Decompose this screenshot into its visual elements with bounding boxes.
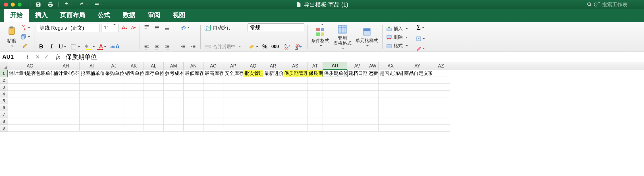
cell-AY6[interactable] <box>403 104 432 111</box>
cell-AR4[interactable] <box>263 91 283 97</box>
cell-AQ7[interactable] <box>243 111 263 118</box>
row-header-6[interactable]: 6 <box>0 104 8 111</box>
cell-AJ4[interactable] <box>104 91 124 97</box>
cell-AR8[interactable] <box>263 118 283 125</box>
cell-AL1[interactable]: 库存单位 <box>144 70 164 77</box>
cell-AL2[interactable] <box>144 77 164 84</box>
cell-AO5[interactable] <box>203 97 223 104</box>
column-header-AP[interactable]: AP <box>223 62 243 70</box>
select-all-corner[interactable] <box>0 62 8 70</box>
cell-AW8[interactable] <box>367 118 379 125</box>
cell-AS7[interactable] <box>283 111 308 118</box>
align-center-button[interactable] <box>153 42 161 51</box>
paste-button[interactable]: 粘贴 <box>6 24 18 49</box>
percent-button[interactable]: % <box>261 42 269 51</box>
cell-AH5[interactable] <box>52 97 80 104</box>
cell-AW5[interactable] <box>367 97 379 104</box>
format-cells-button[interactable]: 格式 <box>385 42 409 50</box>
cell-AM4[interactable] <box>164 91 184 97</box>
cell-AN7[interactable] <box>184 111 203 118</box>
row-header-7[interactable]: 7 <box>0 111 8 118</box>
cell-AI3[interactable] <box>80 84 104 91</box>
increase-decimal-button[interactable]: .0.00 <box>282 42 292 51</box>
format-painter-button[interactable] <box>19 42 31 50</box>
cell-AP3[interactable] <box>223 84 243 91</box>
cell-AW3[interactable] <box>367 84 379 91</box>
cell-AZ4[interactable] <box>432 91 450 97</box>
cell-AJ1[interactable]: 采购单位 <box>104 70 124 77</box>
wrap-text-button[interactable]: abc自动换行 <box>203 23 232 32</box>
fill-button[interactable] <box>415 35 426 43</box>
cell-AQ1[interactable]: 批次管理 <box>243 70 263 77</box>
cell-AG6[interactable] <box>8 104 52 111</box>
tab-data[interactable]: 数据 <box>117 9 142 22</box>
cell-AI1[interactable]: 报表辅单位 <box>80 70 104 77</box>
cell-AN6[interactable] <box>184 104 203 111</box>
cell-AU7[interactable] <box>323 111 347 118</box>
clear-button[interactable] <box>415 44 426 52</box>
cell-AR9[interactable] <box>263 125 283 132</box>
cell-AP6[interactable] <box>223 104 243 111</box>
column-header-AW[interactable]: AW <box>367 62 379 70</box>
row-header-5[interactable]: 5 <box>0 97 8 104</box>
cell-AX2[interactable] <box>379 77 403 84</box>
cell-AK9[interactable] <box>124 125 144 132</box>
column-header-AJ[interactable]: AJ <box>104 62 124 70</box>
cell-AN4[interactable] <box>184 91 203 97</box>
cell-AY2[interactable] <box>403 77 432 84</box>
column-header-AR[interactable]: AR <box>263 62 283 70</box>
cell-AT1[interactable]: 保质期 <box>308 70 323 77</box>
tab-page-layout[interactable]: 页面布局 <box>54 9 92 22</box>
cell-AU1[interactable]: 保质期单位 <box>323 70 347 77</box>
insert-cells-button[interactable]: 插入 <box>385 25 409 32</box>
cell-AP2[interactable] <box>223 77 243 84</box>
qat-customize[interactable] <box>93 1 104 8</box>
column-header-AU[interactable]: AU <box>323 62 347 70</box>
cell-AQ2[interactable] <box>243 77 263 84</box>
cell-AV1[interactable]: 建档日期 <box>347 70 367 77</box>
enter-formula-icon[interactable]: ✓ <box>44 54 49 60</box>
decrease-font-button[interactable]: A▾ <box>130 24 137 32</box>
column-header-AI[interactable]: AI <box>80 62 104 70</box>
cell-AO8[interactable] <box>203 118 223 125</box>
conditional-formatting-button[interactable]: 条件格式 <box>310 26 331 49</box>
cell-AU4[interactable] <box>323 91 347 97</box>
column-header-AN[interactable]: AN <box>184 62 203 70</box>
cell-AK4[interactable] <box>124 91 144 97</box>
cell-AL6[interactable] <box>144 104 164 111</box>
font-color-button[interactable]: A <box>98 42 107 51</box>
cell-AG4[interactable] <box>8 91 52 97</box>
cell-AV4[interactable] <box>347 91 367 97</box>
cell-AH9[interactable] <box>52 125 80 132</box>
cell-AM6[interactable] <box>164 104 184 111</box>
cell-AY8[interactable] <box>403 118 432 125</box>
cell-AH3[interactable] <box>52 84 80 91</box>
cell-styles-button[interactable]: 单元格样式 <box>354 26 379 49</box>
cell-AK1[interactable]: 销售单位 <box>124 70 144 77</box>
cell-AI9[interactable] <box>80 125 104 132</box>
column-header-AS[interactable]: AS <box>283 62 308 70</box>
cell-AS4[interactable] <box>283 91 308 97</box>
cell-AK2[interactable] <box>124 77 144 84</box>
font-name-combo[interactable] <box>37 24 99 32</box>
align-left-button[interactable] <box>142 42 151 51</box>
cell-AO2[interactable] <box>203 77 223 84</box>
row-header-4[interactable]: 4 <box>0 91 8 97</box>
cell-AT4[interactable] <box>308 91 323 97</box>
cell-AM3[interactable] <box>164 84 184 91</box>
cell-AZ2[interactable] <box>432 77 450 84</box>
cell-AX1[interactable]: 是否走冻链 <box>379 70 403 77</box>
cell-AT5[interactable] <box>308 97 323 104</box>
cell-AT7[interactable] <box>308 111 323 118</box>
cell-AU3[interactable] <box>323 84 347 91</box>
cell-AM1[interactable]: 参考成本 <box>164 70 184 77</box>
row-header-9[interactable]: 9 <box>0 125 8 132</box>
cell-AM5[interactable] <box>164 97 184 104</box>
column-header-AH[interactable]: AH <box>52 62 80 70</box>
cell-AT3[interactable] <box>308 84 323 91</box>
cell-AG2[interactable] <box>8 77 52 84</box>
cell-AN5[interactable] <box>184 97 203 104</box>
cell-AI4[interactable] <box>80 91 104 97</box>
cell-AR6[interactable] <box>263 104 283 111</box>
cell-AL7[interactable] <box>144 111 164 118</box>
